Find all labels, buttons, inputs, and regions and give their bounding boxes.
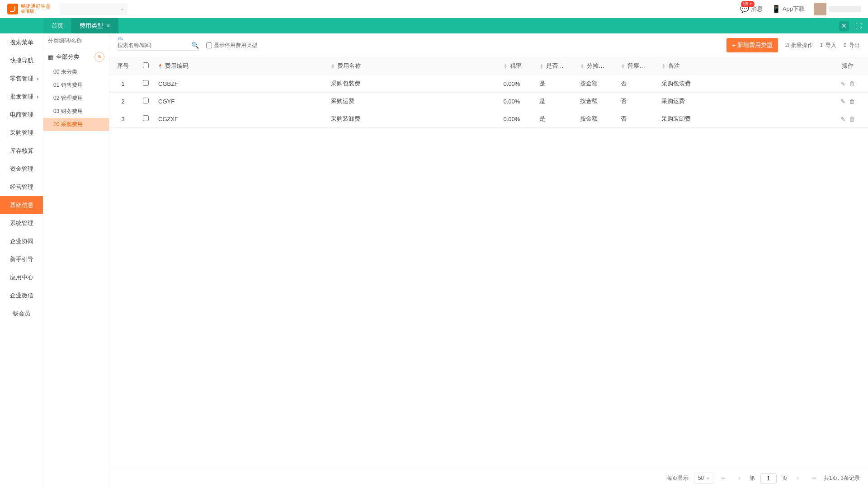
user-menu[interactable] (814, 3, 861, 15)
app-download-button[interactable]: 📱 App下载 (772, 5, 805, 13)
phone-icon: 📱 (772, 5, 781, 13)
close-all-tabs-button[interactable]: ✕ (839, 21, 849, 31)
tab-home-label: 首页 (52, 22, 63, 30)
avatar (814, 3, 826, 15)
account-switcher[interactable]: ⌄ (60, 3, 127, 15)
app-download-label: App下载 (783, 5, 805, 13)
topbar: 畅捷通好生意 标准版 ⌄ 99 + 💬 消息 📱 App下载 (0, 0, 868, 18)
messages-button[interactable]: 99 + 💬 消息 (740, 5, 763, 13)
chevron-down-icon: ⌄ (120, 6, 124, 11)
logo-icon (7, 4, 18, 14)
fullscreen-button[interactable]: ⛶ (854, 21, 863, 31)
tab-fee-type[interactable]: 费用类型 ✕ (71, 18, 118, 33)
logo-block: 畅捷通好生意 标准版 (7, 4, 51, 14)
tab-home[interactable]: 首页 (43, 18, 71, 33)
tabbar-right: ✕ ⛶ (839, 18, 863, 33)
tabbar: 首页 费用类型 ✕ ✕ ⛶ (0, 18, 868, 33)
username-placeholder (829, 6, 861, 12)
logo-text: 畅捷通好生意 标准版 (21, 4, 51, 14)
brand-line2: 标准版 (21, 9, 51, 14)
brand-line1: 畅捷通好生意 (21, 3, 51, 9)
tab-close-icon[interactable]: ✕ (106, 23, 110, 29)
tab-fee-type-label: 费用类型 (80, 22, 103, 30)
messages-badge: 99 + (741, 1, 755, 7)
topbar-right: 99 + 💬 消息 📱 App下载 (740, 3, 861, 15)
